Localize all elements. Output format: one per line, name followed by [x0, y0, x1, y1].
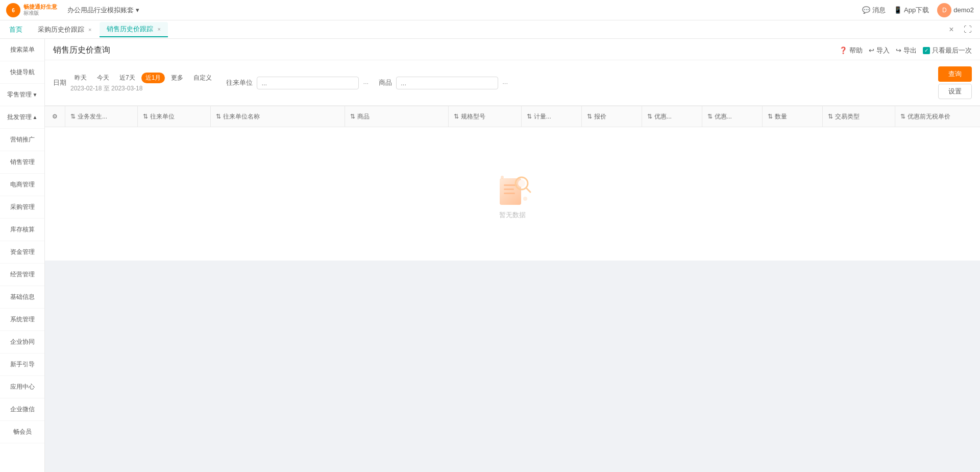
avatar: D — [937, 3, 951, 17]
date-filter-label: 日期 — [53, 78, 66, 87]
member-label: 畅会员 — [13, 428, 32, 436]
sidebar-item-quick-nav[interactable]: 快捷导航 — [0, 61, 44, 84]
logo-text: 畅捷通好生意 标准版 — [23, 4, 57, 16]
date-btn-last1m[interactable]: 近1月 — [141, 73, 165, 83]
header-left: 6 畅捷通好生意 标准版 办公用品行业模拟账套 ▾ — [6, 3, 139, 17]
th-qty[interactable]: ⇅ 数量 — [763, 106, 823, 127]
partner-filter-group: 往来单位 ··· — [226, 77, 369, 89]
checkbox-checked-icon: ✓ — [923, 47, 930, 54]
help-button[interactable]: ❓ 帮助 — [839, 46, 863, 55]
table-container: ⚙ ⇅ 业务发生... ⇅ 往来单位 ⇅ 往来单位名称 — [45, 106, 980, 261]
date-btn-today[interactable]: 今天 — [93, 73, 113, 83]
th-notax[interactable]: ⇅ 优惠前无税单价 — [895, 106, 980, 127]
sidebar-item-app-center[interactable]: 应用中心 — [0, 376, 44, 398]
th-date[interactable]: ⇅ 业务发生... — [65, 106, 138, 127]
message-button[interactable]: 💬 消息 — [862, 6, 886, 15]
th-trade[interactable]: ⇅ 交易类型 — [823, 106, 895, 127]
th-settings[interactable]: ⚙ — [45, 106, 65, 127]
th-unit-name[interactable]: ⇅ 往来单位名称 — [211, 106, 346, 127]
sidebar-item-sales-mgmt[interactable]: 销售管理 — [0, 151, 44, 174]
th-price[interactable]: ⇅ 报价 — [582, 106, 642, 127]
sidebar-item-enterprise[interactable]: 企业协同 — [0, 331, 44, 353]
svg-point-8 — [518, 180, 525, 187]
sidebar-item-ecommerce-mgmt[interactable]: 电商管理 — [0, 174, 44, 196]
import-button[interactable]: ↩ 导入 — [869, 46, 890, 55]
page-title: 销售历史价查询 — [53, 45, 110, 56]
tab-sales-history-label: 销售历史价跟踪 — [107, 25, 153, 34]
app-download-button[interactable]: 📱 App下载 — [894, 6, 929, 15]
tab-purchase-history[interactable]: 采购历史价跟踪 × — [31, 22, 99, 37]
th-notax-sort-icon: ⇅ — [900, 113, 905, 120]
partner-filter-label: 往来单位 — [226, 78, 253, 87]
tab-sales-close-icon[interactable]: × — [157, 26, 160, 32]
date-btn-custom[interactable]: 自定义 — [189, 73, 216, 83]
th-product[interactable]: ⇅ 商品 — [345, 106, 449, 127]
filter-bar: 日期 昨天 今天 近7天 近1月 更多 自定义 2023-02-18 至 202… — [45, 60, 980, 106]
app-name-label: 办公用品行业模拟账套 — [67, 6, 134, 15]
sidebar-item-search-menu[interactable]: 搜索菜单 — [0, 39, 44, 61]
tab-purchase-history-label: 采购历史价跟踪 — [38, 25, 84, 34]
date-range-display: 2023-02-18 至 2023-03-18 — [70, 84, 216, 93]
sidebar-item-purchase-mgmt[interactable]: 采购管理 — [0, 196, 44, 219]
user-menu[interactable]: D demo2 — [937, 3, 974, 17]
th-trade-sort-icon: ⇅ — [828, 113, 833, 120]
quick-nav-label: 快捷导航 — [10, 68, 35, 77]
tab-home[interactable]: 首页 — [2, 22, 30, 37]
partner-dots-icon[interactable]: ··· — [363, 79, 369, 87]
filter-buttons: 查询 设置 — [938, 66, 972, 99]
table-header: ⚙ ⇅ 业务发生... ⇅ 往来单位 ⇅ 往来单位名称 — [45, 106, 980, 127]
logo-icon: 6 — [6, 3, 20, 17]
sidebar-item-operations-mgmt[interactable]: 经营管理 — [0, 264, 44, 286]
sidebar-item-retail-mgmt[interactable]: 零售管理 ▼ — [0, 84, 44, 106]
sidebar: 搜索菜单 快捷导航 零售管理 ▼ 批发管理 ▲ 营销推广 销售管理 电商管理 采 — [0, 39, 45, 472]
app-center-label: 应用中心 — [10, 383, 35, 391]
date-btn-last7[interactable]: 近7天 — [115, 73, 139, 83]
query-button[interactable]: 查询 — [938, 66, 972, 82]
empty-text: 暂无数据 — [499, 210, 526, 220]
th-disc2-sort-icon: ⇅ — [707, 113, 713, 120]
th-unit-name-sort-icon: ⇅ — [216, 113, 221, 120]
th-calc[interactable]: ⇅ 计量... — [522, 106, 582, 127]
header-right: 💬 消息 📱 App下载 D demo2 — [862, 3, 974, 17]
main-layout: 搜索菜单 快捷导航 零售管理 ▼ 批发管理 ▲ 营销推广 销售管理 电商管理 采 — [0, 39, 980, 472]
content-area: 销售历史价查询 ❓ 帮助 ↩ 导入 ↪ 导出 ✓ — [45, 39, 980, 472]
sidebar-item-system-mgmt[interactable]: 系统管理 — [0, 309, 44, 331]
sidebar-item-finance-mgmt[interactable]: 资金管理 — [0, 241, 44, 264]
partner-input[interactable] — [257, 77, 359, 89]
sidebar-item-basic-info[interactable]: 基础信息 — [0, 286, 44, 309]
export-icon: ↪ — [896, 46, 901, 54]
th-unit-code[interactable]: ⇅ 往来单位 — [138, 106, 210, 127]
th-disc1[interactable]: ⇅ 优惠... — [642, 106, 702, 127]
app-header: 6 畅捷通好生意 标准版 办公用品行业模拟账套 ▾ 💬 消息 📱 App下载 D… — [0, 0, 980, 20]
only-last-checkbox[interactable]: ✓ 只看最后一次 — [923, 46, 972, 55]
date-btn-more[interactable]: 更多 — [167, 73, 187, 83]
export-button[interactable]: ↪ 导出 — [896, 46, 917, 55]
th-spec[interactable]: ⇅ 规格型号 — [449, 106, 521, 127]
retail-mgmt-label: 零售管理 — [7, 90, 32, 99]
sidebar-item-new-guide[interactable]: 新手引导 — [0, 353, 44, 376]
product-input[interactable] — [396, 77, 498, 89]
close-window-button[interactable]: × — [945, 23, 958, 36]
sidebar-item-inventory[interactable]: 库存核算 — [0, 219, 44, 241]
tab-purchase-close-icon[interactable]: × — [88, 27, 91, 33]
th-calc-sort-icon: ⇅ — [527, 113, 532, 120]
sales-mgmt-label: 销售管理 — [10, 158, 35, 167]
th-qty-sort-icon: ⇅ — [768, 113, 773, 120]
settings-button[interactable]: 设置 — [938, 84, 972, 99]
sidebar-item-enterprise-wechat[interactable]: 企业微信 — [0, 398, 44, 421]
th-disc2[interactable]: ⇅ 优惠... — [702, 106, 763, 127]
sidebar-item-wholesale-mgmt[interactable]: 批发管理 ▲ — [0, 106, 44, 129]
th-date-sort-icon: ⇅ — [70, 113, 76, 120]
sidebar-item-marketing[interactable]: 营销推广 — [0, 129, 44, 151]
tab-window-actions: × ⛶ — [945, 23, 978, 36]
basic-info-label: 基础信息 — [10, 293, 35, 301]
app-selector[interactable]: 办公用品行业模拟账套 ▾ — [67, 6, 139, 15]
product-dots-icon[interactable]: ··· — [502, 79, 508, 87]
tab-sales-history[interactable]: 销售历史价跟踪 × — [100, 22, 167, 37]
svg-line-9 — [526, 188, 530, 192]
page-header: 销售历史价查询 ❓ 帮助 ↩ 导入 ↪ 导出 ✓ — [45, 39, 980, 60]
fullscreen-button[interactable]: ⛶ — [962, 23, 974, 36]
sidebar-item-member[interactable]: 畅会员 — [0, 421, 44, 443]
retail-mgmt-arrow-icon: ▼ — [33, 92, 38, 98]
date-btn-yesterday[interactable]: 昨天 — [70, 73, 91, 83]
